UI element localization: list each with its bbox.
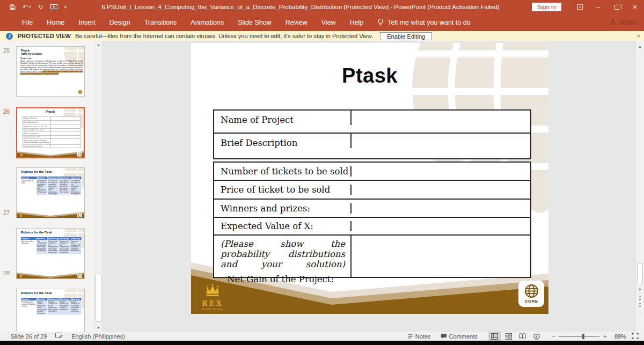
table-row: Number of tickets to be sold <box>214 163 530 180</box>
reading-view-button[interactable] <box>516 332 529 341</box>
thumb-rubric-table: Categories4(Excellent)3(Satisfactory)2(D… <box>21 298 82 332</box>
quick-access-toolbar: ↶▾ ↻ ▾ <box>10 0 67 14</box>
table-row: Expected Value of X: <box>214 217 530 234</box>
protected-view-message: Be careful—files from the Internet can c… <box>75 33 373 39</box>
info-icon: i <box>6 33 13 40</box>
share-label: Share <box>619 19 636 26</box>
display-settings-icon[interactable] <box>55 333 63 340</box>
tab-file[interactable]: File <box>22 19 33 26</box>
tab-home[interactable]: Home <box>47 19 64 26</box>
thumb-footer <box>17 270 84 278</box>
thumb-title: Rubrics for the Task <box>17 289 84 295</box>
slide-25-thumbnail[interactable]: Ptask Raffle for a Cause! Things to do:M… <box>16 46 85 97</box>
tell-me-box[interactable]: Tell me what you want to do <box>377 18 470 27</box>
share-button[interactable]: Share <box>610 19 636 27</box>
save-icon[interactable] <box>10 4 16 10</box>
zoom-in-button[interactable]: + <box>603 332 607 340</box>
net-gain-label: Net Gain of the Project: <box>221 274 345 284</box>
scroll-down-icon[interactable]: ▼ <box>95 324 102 331</box>
start-slideshow-icon[interactable] <box>50 4 57 10</box>
customize-qat-icon[interactable]: ▾ <box>64 5 67 10</box>
thumb-table: Name of Project Brief Description Number… <box>23 116 80 152</box>
slide-27-number: 27 <box>3 209 10 216</box>
slide-27-thumbnail[interactable]: Rubrics for the Task Categories4(Excelle… <box>16 167 85 218</box>
titlebar: ↶▾ ↻ ▾ 6.PSUnit_I_Lesson_4_Computing_the… <box>0 0 644 14</box>
slide-25-number: 25 <box>3 47 10 54</box>
zoom-out-button[interactable]: − <box>552 332 556 340</box>
tab-view[interactable]: View <box>321 19 336 26</box>
slideshow-view-button[interactable] <box>530 332 543 341</box>
rex-logo: REX Book Store <box>197 283 228 311</box>
normal-view-button[interactable] <box>488 332 501 341</box>
protected-view-bar: i PROTECTED VIEW Be careful—files from t… <box>0 31 644 41</box>
undo-icon[interactable]: ↶▾ <box>23 3 31 11</box>
crown-icon <box>204 283 221 297</box>
main-scrollbar[interactable]: ▲ ▼ ▲▲ ▼▼ <box>635 41 644 332</box>
table-value-cell <box>352 236 530 277</box>
scroll-down-icon[interactable]: ▼ <box>636 286 644 293</box>
zoom-level[interactable]: 89% <box>614 333 626 340</box>
rex-subtitle: Book Store <box>197 307 228 311</box>
tab-slideshow[interactable]: Slide Show <box>238 19 272 26</box>
thumbnail-panel-scrollbar[interactable]: ▲ ▼ <box>94 41 102 332</box>
restore-icon <box>614 5 619 10</box>
thumb-footer <box>17 209 84 218</box>
zoom-slider-thumb[interactable] <box>582 334 584 339</box>
tab-help[interactable]: Help <box>350 19 364 26</box>
scrollbar-thumb[interactable] <box>637 263 643 284</box>
tab-design[interactable]: Design <box>109 19 130 26</box>
workspace: 25 Ptask Raffle for a Cause! Things to d… <box>0 41 644 332</box>
thumb-title: Rubrics for the Task <box>17 168 84 173</box>
redo-icon[interactable]: ↻ <box>38 3 43 11</box>
thumb-heading: Things to do: <box>20 57 83 60</box>
tab-transitions[interactable]: Transitions <box>144 19 177 26</box>
zoom-slider[interactable] <box>559 333 599 340</box>
fit-slide-button[interactable] <box>632 333 639 340</box>
notes-button[interactable]: Notes <box>407 333 431 340</box>
tab-insert[interactable]: Insert <box>79 19 96 26</box>
thumb-footer <box>17 149 84 157</box>
next-slide-button[interactable]: ▼▼ <box>636 303 644 307</box>
restore-button[interactable] <box>608 0 626 14</box>
rex-seal-icon <box>78 90 82 94</box>
thumb-rubric-table: Categories4(Excellent)3(Satisfactory)2(D… <box>21 177 82 211</box>
previous-slide-button[interactable]: ▲▲ <box>636 295 644 300</box>
window-controls: Sign in – × <box>532 0 644 14</box>
close-button[interactable]: × <box>626 0 644 14</box>
slide-28-thumbnail[interactable]: Rubrics for the Task Categories4(Excelle… <box>16 228 85 279</box>
tab-animations[interactable]: Animations <box>191 19 224 26</box>
note-text: (Please show the probability distributio… <box>221 239 345 269</box>
table-row: Winners and prizes: <box>214 199 530 217</box>
table-note-cell: (Please show the probability distributio… <box>214 236 352 277</box>
minimize-button[interactable]: – <box>589 0 608 14</box>
close-bar-icon[interactable]: × <box>637 33 640 39</box>
language-selector[interactable]: English (Philippines) <box>71 333 125 340</box>
comments-button[interactable]: Comments <box>441 333 478 340</box>
current-slide: Ptask Name of Project Brief Description … <box>191 43 548 314</box>
ribbon-tab-bar: File Home Insert Design Transitions Anim… <box>0 14 644 31</box>
thumb-title: Ptask <box>17 110 84 113</box>
person-icon <box>610 19 616 27</box>
slide-title: Ptask <box>191 64 548 87</box>
ribbon-display-options-icon[interactable] <box>571 0 589 14</box>
tab-review[interactable]: Review <box>286 19 308 26</box>
slide-sorter-view-button[interactable] <box>502 332 515 341</box>
slide-29-thumbnail[interactable]: Rubrics for the Task Categories4(Excelle… <box>16 289 85 332</box>
protected-view-label: PROTECTED VIEW <box>18 33 71 39</box>
sign-in-button[interactable]: Sign in <box>532 3 561 11</box>
enable-editing-button[interactable]: Enable Editing <box>380 32 432 40</box>
status-bar: Slide 26 of 29 English (Philippines) Not… <box>0 332 644 341</box>
tell-me-label: Tell me what you want to do <box>387 19 470 26</box>
scroll-up-icon[interactable]: ▲ <box>95 41 102 48</box>
scrollbar-divider <box>637 312 643 312</box>
scrollbar-thumb[interactable] <box>96 274 101 322</box>
scroll-up-icon[interactable]: ▲ <box>636 43 644 50</box>
core-label: CORE <box>524 299 538 304</box>
slide-26-number: 26 <box>3 108 10 115</box>
slide-thumbnail-panel: 25 Ptask Raffle for a Cause! Things to d… <box>0 41 94 332</box>
thumb-title: Rubrics for the Task <box>17 229 84 234</box>
slide-canvas: Ptask Name of Project Brief Description … <box>102 41 635 332</box>
thumb-subtitle: Raffle for a Cause! <box>17 52 84 55</box>
slide-28-number: 28 <box>3 270 10 276</box>
slide-26-thumbnail[interactable]: Ptask Name of Project Brief Description … <box>16 107 85 158</box>
